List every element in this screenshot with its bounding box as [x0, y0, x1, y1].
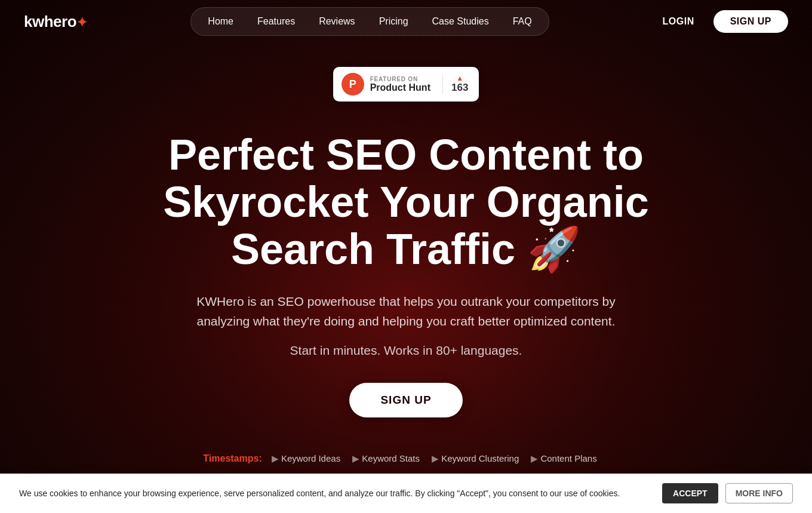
product-hunt-logo: P: [342, 73, 364, 96]
logo-icon: ✦: [76, 15, 87, 30]
nav-item-home[interactable]: Home: [197, 13, 244, 30]
logo[interactable]: kwhero✦: [24, 13, 87, 31]
product-hunt-badge[interactable]: P FEATURED ON Product Hunt ▲ 163: [333, 67, 479, 102]
ts-keyword-ideas: Keyword Ideas: [272, 453, 340, 464]
logo-kw: kw: [24, 13, 44, 30]
cookie-more-info-button[interactable]: MORE INFO: [725, 483, 793, 503]
navbar: kwhero✦ Home Features Reviews Pricing Ca…: [0, 0, 812, 43]
nav-item-reviews[interactable]: Reviews: [308, 13, 365, 30]
hero-title: Perfect SEO Content to Skyrocket Your Or…: [137, 131, 675, 274]
signup-button-nav[interactable]: SIGN UP: [713, 10, 788, 33]
nav-item-case-studies[interactable]: Case Studies: [422, 13, 500, 30]
login-button[interactable]: LOGIN: [653, 11, 704, 32]
logo-text: kwhero✦: [24, 13, 87, 31]
timestamps-bar: Timestamps: Keyword Ideas Keyword Stats …: [0, 435, 812, 470]
product-hunt-text: FEATURED ON Product Hunt: [370, 76, 430, 93]
ts-keyword-clustering: Keyword Clustering: [432, 453, 519, 464]
timestamps-label: Timestamps:: [203, 453, 262, 464]
nav-item-faq[interactable]: FAQ: [502, 13, 543, 30]
logo-hero: hero: [44, 13, 76, 30]
cookie-buttons: ACCEPT MORE INFO: [662, 483, 793, 503]
cookie-accept-button[interactable]: ACCEPT: [662, 483, 718, 503]
product-hunt-count: 163: [451, 82, 468, 94]
hero-signup-button[interactable]: SIGN UP: [349, 383, 462, 417]
hero-section: Perfect SEO Content to Skyrocket Your Or…: [0, 102, 812, 435]
product-hunt-arrow: ▲: [456, 75, 463, 82]
ts-content-plans: Content Plans: [531, 453, 596, 464]
cookie-text: We use cookies to enhance your browsing …: [19, 487, 644, 500]
product-hunt-badge-wrapper: P FEATURED ON Product Hunt ▲ 163: [0, 67, 812, 102]
product-hunt-votes: ▲ 163: [442, 75, 468, 94]
product-hunt-featured-label: FEATURED ON: [370, 76, 430, 82]
nav-item-features[interactable]: Features: [247, 13, 306, 30]
product-hunt-name: Product Hunt: [370, 82, 430, 93]
nav-links: Home Features Reviews Pricing Case Studi…: [190, 7, 549, 36]
nav-right: LOGIN SIGN UP: [653, 10, 788, 33]
ts-keyword-stats: Keyword Stats: [352, 453, 420, 464]
hero-subtitle: KWHero is an SEO powerhouse that helps y…: [182, 291, 630, 331]
cookie-banner: We use cookies to enhance your browsing …: [0, 474, 812, 513]
hero-tagline: Start in minutes. Works in 80+ languages…: [24, 343, 788, 358]
nav-item-pricing[interactable]: Pricing: [368, 13, 419, 30]
